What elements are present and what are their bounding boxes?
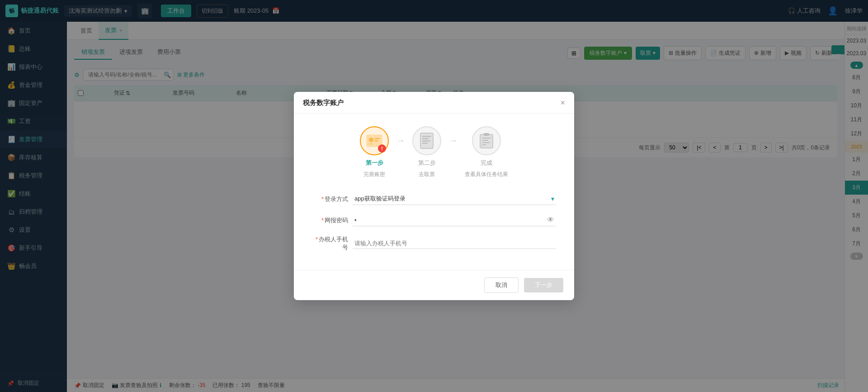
svg-rect-8 — [422, 140, 430, 142]
step-3: 完成 查看具体任务结果 — [465, 126, 508, 178]
modal-header: 税务数字账户 × — [294, 92, 574, 114]
modal-close-button[interactable]: × — [560, 98, 565, 108]
svg-rect-13 — [482, 140, 488, 141]
step-2-desc: 去取票 — [419, 171, 435, 178]
step-1-icon: ! — [360, 126, 389, 155]
form-row-login-method: 登录方式 app获取验证码登录 ▾ — [312, 193, 556, 205]
phone-input[interactable] — [353, 238, 556, 249]
svg-rect-2 — [374, 138, 380, 139]
svg-rect-10 — [480, 134, 493, 148]
step-error-badge: ! — [378, 144, 386, 153]
svg-rect-4 — [369, 143, 373, 144]
step-3-icon — [472, 126, 501, 155]
svg-rect-11 — [484, 133, 489, 136]
login-method-label: 登录方式 — [312, 195, 353, 203]
form-row-phone: 办税人手机号 — [312, 235, 556, 252]
login-method-arrow-icon: ▾ — [551, 195, 554, 202]
step-1: ! 第一步 完善账密 — [360, 126, 389, 178]
form-row-password: 网报密码 👁 — [312, 214, 556, 226]
step-arrow-1: → — [389, 135, 412, 146]
cancel-button[interactable]: 取消 — [484, 277, 519, 293]
svg-rect-9 — [422, 143, 428, 144]
next-button[interactable]: 下一步 — [524, 278, 563, 292]
eye-icon[interactable]: 👁 — [547, 216, 554, 224]
step-1-desc: 完善账密 — [363, 171, 385, 178]
modal-body: ! 第一步 完善账密 → — [294, 114, 574, 270]
svg-rect-3 — [374, 140, 378, 142]
modal-title: 税务数字账户 — [303, 99, 344, 107]
tax-digital-modal: 税务数字账户 × — [294, 92, 574, 300]
step-1-label: 第一步 — [366, 159, 383, 167]
svg-rect-14 — [482, 142, 490, 143]
steps: ! 第一步 完善账密 → — [312, 126, 556, 178]
step-2-label: 第二步 — [418, 159, 436, 167]
modal-footer: 取消 下一步 — [294, 270, 574, 300]
step-arrow-2: → — [441, 135, 465, 146]
svg-point-1 — [369, 138, 373, 142]
phone-label: 办税人手机号 — [312, 235, 353, 252]
invoice-icon — [420, 133, 434, 149]
login-method-value: app获取验证码登录 — [354, 195, 406, 203]
password-label: 网报密码 — [312, 216, 353, 225]
step-2: 第二步 去取票 — [412, 126, 441, 178]
svg-rect-15 — [482, 144, 486, 145]
step-3-label: 完成 — [481, 159, 492, 167]
step-2-icon — [412, 126, 441, 155]
password-field-wrap: 👁 — [353, 214, 556, 226]
modal-overlay: 税务数字账户 × — [0, 0, 868, 392]
svg-rect-7 — [422, 138, 429, 139]
step-3-desc: 查看具体任务结果 — [465, 171, 508, 178]
svg-rect-6 — [422, 136, 431, 137]
password-input[interactable] — [354, 217, 545, 224]
svg-rect-12 — [482, 138, 491, 139]
clipboard-icon — [479, 133, 494, 149]
login-method-select[interactable]: app获取验证码登录 ▾ — [353, 193, 556, 205]
